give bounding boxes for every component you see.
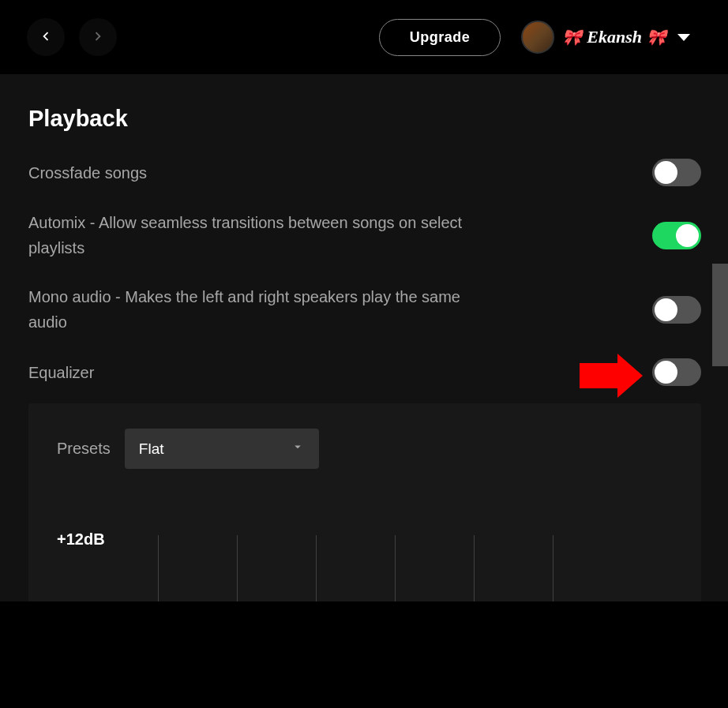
setting-label: Automix - Allow seamless transitions bet… bbox=[28, 210, 502, 260]
eq-max-db-label: +12dB bbox=[57, 515, 128, 549]
setting-crossfade: Crossfade songs bbox=[28, 159, 701, 186]
equalizer-toggle[interactable] bbox=[652, 358, 701, 386]
bow-icon: 🎀 bbox=[562, 28, 582, 47]
bow-icon: 🎀 bbox=[647, 28, 666, 47]
presets-label: Presets bbox=[57, 440, 111, 458]
nav-buttons bbox=[27, 18, 117, 56]
bottom-player-bar bbox=[0, 601, 728, 708]
preset-row: Presets Flat bbox=[57, 429, 673, 469]
automix-toggle[interactable] bbox=[652, 222, 701, 249]
back-button[interactable] bbox=[27, 18, 65, 56]
toggle-knob bbox=[655, 361, 677, 384]
chevron-left-icon bbox=[37, 28, 54, 47]
topbar: Upgrade 🎀 Ekansh 🎀 bbox=[0, 0, 728, 74]
setting-label: Equalizer bbox=[28, 360, 94, 385]
caret-down-icon bbox=[677, 34, 690, 41]
svg-marker-0 bbox=[580, 354, 643, 398]
topbar-right: Upgrade 🎀 Ekansh 🎀 bbox=[379, 17, 701, 57]
setting-automix: Automix - Allow seamless transitions bet… bbox=[28, 210, 701, 260]
mono-toggle[interactable] bbox=[652, 296, 701, 324]
setting-label: Crossfade songs bbox=[28, 160, 147, 185]
page-title: Playback bbox=[28, 106, 701, 132]
preset-select[interactable]: Flat bbox=[125, 429, 319, 469]
setting-label: Mono audio - Makes the left and right sp… bbox=[28, 284, 502, 335]
chevron-down-icon bbox=[291, 440, 305, 458]
user-menu[interactable]: 🎀 Ekansh 🎀 bbox=[518, 17, 701, 57]
setting-equalizer: Equalizer bbox=[28, 358, 701, 386]
upgrade-button[interactable]: Upgrade bbox=[379, 19, 501, 56]
toggle-knob bbox=[655, 298, 677, 321]
toggle-knob bbox=[655, 161, 677, 184]
forward-button[interactable] bbox=[79, 18, 117, 56]
username-display: 🎀 Ekansh 🎀 bbox=[562, 27, 666, 47]
scrollbar-thumb[interactable] bbox=[712, 264, 728, 366]
username-text: Ekansh bbox=[587, 27, 642, 47]
preset-value: Flat bbox=[139, 440, 164, 458]
chevron-right-icon bbox=[89, 28, 107, 47]
avatar bbox=[521, 21, 554, 54]
crossfade-toggle[interactable] bbox=[652, 159, 701, 186]
setting-mono: Mono audio - Makes the left and right sp… bbox=[28, 284, 701, 335]
toggle-knob bbox=[676, 224, 699, 247]
arrow-annotation-icon bbox=[580, 354, 643, 398]
